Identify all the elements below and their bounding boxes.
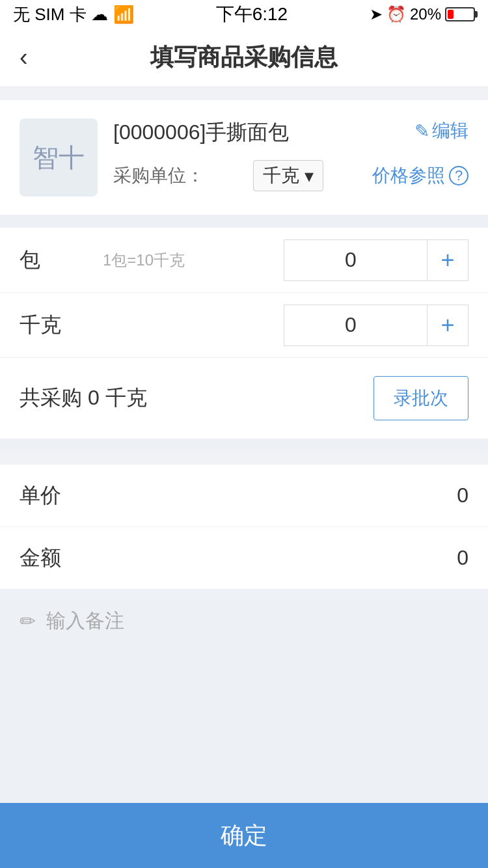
alarm-icon: ⏰	[386, 5, 406, 23]
price-ref-button[interactable]: 价格参照 ?	[372, 163, 468, 188]
remark-section[interactable]: ✏ 输入备注	[0, 590, 488, 653]
status-right: ➤ ⏰ 20%	[370, 5, 475, 23]
edit-label: 编辑	[432, 118, 468, 143]
amount-row: 金额 0	[0, 527, 488, 590]
bao-quantity-input[interactable]	[284, 239, 427, 281]
bao-sublabel: 1包=10千克	[103, 250, 185, 271]
status-bar: 无 SIM 卡 ☁ 📶 下午6:12 ➤ ⏰ 20%	[0, 0, 488, 29]
back-button[interactable]: ‹	[20, 44, 28, 72]
batch-button[interactable]: 录批次	[373, 376, 468, 420]
product-logo: 智十	[33, 140, 85, 176]
unit-row: 采购单位： 千克 ▾ 价格参照 ?	[113, 160, 468, 191]
price-section: 单价 0 金额 0	[0, 465, 488, 590]
section-divider-1	[0, 215, 488, 228]
kg-quantity-input[interactable]	[284, 305, 427, 346]
edit-button[interactable]: ✎ 编辑	[414, 118, 468, 143]
remark-placeholder: 输入备注	[46, 608, 124, 634]
kg-input-right: +	[98, 305, 468, 346]
edit-icon: ✎	[414, 120, 429, 142]
section-divider-2	[0, 439, 488, 452]
product-image: 智十	[20, 118, 98, 197]
wifi-icon: 📶	[113, 5, 134, 25]
product-name-row: [0000006]手撕面包 ✎ 编辑	[113, 118, 468, 147]
amount-value: 0	[457, 546, 468, 570]
unit-select[interactable]: 千克 ▾	[253, 160, 323, 191]
product-info: [0000006]手撕面包 ✎ 编辑 采购单位： 千克 ▾ 价格参照 ?	[113, 118, 468, 191]
kg-label: 千克	[20, 311, 98, 340]
unit-label: 采购单位：	[113, 163, 204, 188]
sim-label: 无 SIM 卡 ☁	[13, 3, 108, 26]
bao-label: 包	[20, 246, 98, 275]
unit-price-row: 单价 0	[0, 465, 488, 527]
nav-bar: ‹ 填写商品采购信息	[0, 29, 488, 87]
confirm-button-wrap: 确定	[0, 803, 488, 868]
price-ref-label: 价格参照	[372, 163, 445, 188]
status-time: 下午6:12	[216, 2, 288, 27]
input-section: 包 1包=10千克 + 千克 +	[0, 228, 488, 358]
amount-label: 金额	[20, 544, 61, 573]
total-purchase-text: 共采购 0 千克	[20, 384, 147, 413]
chevron-down-icon: ▾	[305, 165, 314, 187]
bao-input-row: 包 1包=10千克 +	[0, 228, 488, 293]
kg-input-row: 千克 +	[0, 293, 488, 358]
battery-icon	[445, 7, 475, 21]
bao-input-right: +	[185, 239, 468, 281]
page-title: 填写商品采购信息	[150, 42, 338, 74]
summary-row: 共采购 0 千克 录批次	[0, 358, 488, 439]
product-card: 智十 [0000006]手撕面包 ✎ 编辑 采购单位： 千克 ▾ 价格参照 ?	[0, 100, 488, 215]
battery-percentage: 20%	[410, 5, 441, 23]
kg-plus-button[interactable]: +	[427, 305, 468, 346]
status-left: 无 SIM 卡 ☁ 📶	[13, 3, 134, 26]
product-name: [0000006]手撕面包	[113, 118, 289, 147]
location-icon: ➤	[370, 5, 383, 23]
bao-plus-button[interactable]: +	[427, 239, 468, 281]
unit-value: 千克	[263, 163, 299, 188]
unit-price-label: 单价	[20, 481, 61, 510]
confirm-button[interactable]: 确定	[0, 803, 488, 868]
pencil-icon: ✏	[20, 610, 36, 632]
info-icon: ?	[449, 166, 468, 185]
unit-price-value: 0	[457, 483, 468, 508]
